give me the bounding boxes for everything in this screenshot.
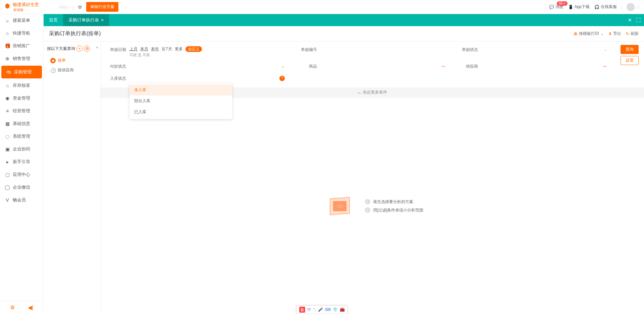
sidebar-footer: ⚙ ◀| (0, 301, 43, 314)
sidebar-item-label: 搜索菜单 (13, 17, 30, 23)
sidebar-item-3[interactable]: ⊕销售管理 (0, 52, 43, 65)
scheme-add-icon[interactable]: + (76, 46, 83, 52)
sidebar-item-7[interactable]: ≡经营管理 (0, 105, 43, 117)
org-selector[interactable]: —— ⌄ (59, 4, 74, 9)
sidebar-collapse-icon[interactable]: ◀| (28, 304, 33, 311)
nav-icon: ▸ (5, 159, 10, 165)
chevron-down-icon: ⌄ (604, 47, 607, 52)
product-select[interactable]: ⋯ (320, 63, 446, 70)
sidebar-item-6[interactable]: ◉资金管理 (0, 92, 43, 105)
sidebar-item-0[interactable]: ⌕搜索菜单 (0, 14, 43, 27)
chevron-down-icon: ⌄ (71, 5, 74, 9)
sidebar-settings-icon[interactable]: ⚙ (10, 304, 15, 311)
sidebar-item-8[interactable]: ▦基础信息 (0, 117, 43, 130)
sidebar-item-label: 营销推广 (13, 43, 30, 49)
chevron-down-icon: ⌄ (600, 32, 604, 36)
ime-mic-icon[interactable]: 🎤 (318, 307, 323, 312)
nav-icon: ◯ (5, 185, 10, 190)
tab-home[interactable]: 首页 (44, 14, 63, 26)
date-opt-7days[interactable]: 近7天 (162, 46, 172, 52)
avatar-icon (627, 3, 635, 11)
filter-form: 单据日期 上月 本月 本年 近7天 更多 自定义 (101, 42, 644, 87)
setting-button[interactable]: 设置 (621, 56, 639, 65)
ellipsis-icon: ⋯ (603, 64, 607, 69)
empty-illustration-icon: ⬚⬚ (321, 191, 358, 221)
sidebar-item-14[interactable]: V畅会员 (0, 194, 43, 206)
logo-area: 畅捷通好生意 标准版 (4, 2, 39, 12)
sidebar-item-5[interactable]: ⌂库存核算 (0, 79, 43, 92)
nav-icon: ▢ (5, 172, 10, 177)
stock-status-select[interactable]: ⌃ (129, 75, 285, 82)
chevron-up-icon: ⌃ (279, 76, 285, 81)
sidebar-item-label: 资金管理 (13, 95, 30, 101)
nav-icon: ⊕ (5, 56, 10, 61)
ime-toolbox-icon[interactable]: 🧰 (340, 307, 345, 312)
sidebar-item-9[interactable]: ◌系统管理 (0, 130, 43, 143)
date-opt-this-month[interactable]: 本月 (140, 46, 148, 52)
tip-1: 1 请先选择要分析的方案 (365, 199, 424, 205)
sidebar-item-4[interactable]: 🛍采购管理 (1, 66, 42, 78)
ime-keyboard-icon[interactable]: ⌨ (325, 307, 331, 312)
app-download-button[interactable]: 📱 App下载 (568, 4, 590, 10)
tab-purchase-order-exec[interactable]: 采购订单执行表 × (63, 14, 109, 26)
ime-toolbar[interactable]: S 中 °, 🎤 ⌨ 👕 🧰 (296, 305, 348, 314)
message-badge: 99 + (557, 1, 568, 6)
ime-skin-icon[interactable]: 👕 (333, 307, 338, 312)
nav-icon: ▣ (5, 146, 10, 152)
main-area: 首页 采购订单执行表 × ✕ ⛶ 采购订单执行表(按单) 🖶 按模板打印 ⌄ (44, 14, 644, 314)
sidebar-item-1[interactable]: ⌂快捷导航 (0, 27, 43, 40)
tab-close-icon[interactable]: × (101, 17, 104, 23)
sidebar-item-label: 销售管理 (13, 56, 30, 62)
dropdown-opt-partial[interactable]: 部分入库 (129, 96, 232, 107)
sidebar-item-10[interactable]: ▣企业协同 (0, 143, 43, 155)
sidebar: ⌕搜索菜单⌂快捷导航🎁营销推广⊕销售管理🛍采购管理⌂库存核算◉资金管理≡经营管理… (0, 14, 44, 314)
sidebar-item-12[interactable]: ▢应用中心 (0, 168, 43, 181)
ime-punct-icon[interactable]: °, (313, 307, 316, 312)
supplier-select[interactable]: ⋯ (481, 63, 607, 70)
headset-icon: 🎧 (594, 5, 599, 9)
sidebar-item-label: 基础信息 (13, 121, 30, 127)
tab-close-all-icon[interactable]: ✕ (628, 17, 632, 23)
header-right: 💬 消息 99 + 📱 App下载 🎧 在线客服 — (549, 3, 640, 11)
clock-icon: 🕓 (50, 68, 56, 73)
messages-button[interactable]: 💬 消息 99 + (549, 4, 564, 10)
sidebar-item-13[interactable]: ◯企业微信 (0, 181, 43, 194)
export-action[interactable]: ⬇ 导出 (608, 31, 621, 37)
online-service-button[interactable]: 🎧 在线客服 (594, 4, 617, 10)
org-name: —— (59, 4, 68, 9)
try-industry-button[interactable]: 体验行业方案 (86, 2, 118, 12)
nav-icon: ⌂ (5, 30, 10, 36)
pay-status-select[interactable]: ⌄ (129, 63, 285, 70)
date-opt-more[interactable]: 更多 (175, 46, 183, 52)
settings-icon[interactable]: ⚙ (78, 4, 82, 10)
doc-status-select[interactable]: ⌄ (481, 46, 607, 53)
page-header: 采购订单执行表(按单) 🖶 按模板打印 ⌄ ⬇ 导出 ↻ 刷新 (44, 26, 644, 42)
date-custom-badge[interactable]: 自定义 (185, 46, 202, 52)
dropdown-opt-not-in[interactable]: 未入库 (129, 84, 232, 96)
query-button[interactable]: 查询 (621, 45, 639, 54)
sidebar-item-label: 企业微信 (13, 184, 30, 190)
date-opt-this-year[interactable]: 本年 (151, 46, 159, 52)
nav-icon: ⌂ (5, 83, 10, 88)
doc-no-input[interactable] (320, 46, 446, 51)
scheme-settings-icon[interactable]: ⚙ (84, 46, 90, 52)
print-action[interactable]: 🖶 按模板打印 ⌄ (574, 31, 604, 37)
sidebar-item-2[interactable]: 🎁营销推广 (0, 40, 43, 52)
scheme-active-icon: ◉ (50, 58, 56, 63)
dropdown-opt-done[interactable]: 已入库 (129, 107, 232, 118)
fullscreen-icon[interactable]: ⛶ (636, 17, 641, 23)
scheme-collapse-icon[interactable]: « (96, 45, 98, 50)
sidebar-item-label: 新手引导 (13, 159, 30, 165)
date-opt-last-month[interactable]: 上月 (129, 46, 138, 52)
nav-icon: ◌ (5, 134, 10, 139)
refresh-action[interactable]: ↻ 刷新 (626, 31, 639, 37)
sidebar-item-label: 库存核算 (13, 82, 30, 88)
ime-lang[interactable]: 中 (307, 307, 311, 313)
scheme-item-by-supplier[interactable]: 🕓 按供应商 (47, 65, 97, 75)
sidebar-item-11[interactable]: ▸新手引导 (0, 155, 43, 168)
logo-icon (4, 3, 11, 11)
scheme-item-by-order[interactable]: ◉ 按单 (47, 56, 97, 65)
user-menu[interactable]: — (627, 3, 640, 11)
nav-icon: ≡ (5, 108, 10, 114)
tab-bar: 首页 采购订单执行表 × ✕ ⛶ (44, 14, 644, 26)
